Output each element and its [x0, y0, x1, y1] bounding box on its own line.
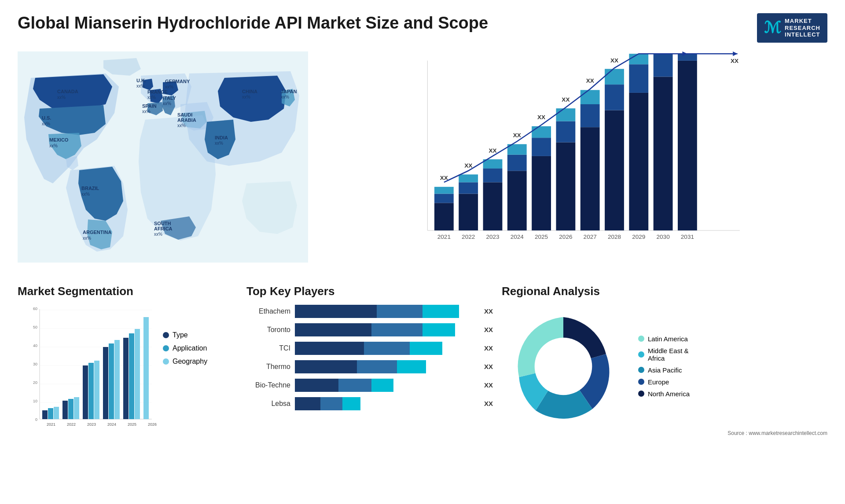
value-canada: xx% — [57, 95, 66, 100]
player-bar-ethachem — [295, 305, 477, 318]
xlabel-2021: 2021 — [437, 234, 451, 240]
svg-text:50: 50 — [33, 325, 37, 329]
trend-end-value: XX — [731, 58, 738, 64]
label-canada: CANADA — [57, 89, 78, 94]
value-china: xx% — [242, 95, 250, 99]
svg-rect-32 — [114, 340, 120, 419]
logo-container: ℳ MARKET RESEARCH INTELLECT — [757, 13, 827, 43]
xlabel-2026: 2026 — [559, 234, 572, 240]
bar-2025-light — [532, 126, 551, 138]
svg-text:0: 0 — [35, 417, 37, 422]
val-2024: XX — [513, 132, 521, 139]
svg-rect-23 — [68, 399, 73, 419]
val-2025: XX — [537, 114, 545, 121]
player-bar-light-tci — [410, 342, 443, 355]
value-saudi: xx% — [177, 123, 186, 128]
player-row-tci: TCI XX — [246, 342, 493, 355]
player-value-ethachem: XX — [484, 307, 493, 315]
label-mexico: MEXICO — [49, 137, 69, 142]
regional-section: Regional Analysis — [502, 285, 827, 496]
label-us: U.S. — [42, 115, 51, 121]
segmentation-content: 0 10 20 30 40 50 60 — [18, 305, 238, 437]
segmentation-section: Market Segmentation 0 10 20 30 40 50 60 — [18, 285, 238, 496]
svg-text:2024: 2024 — [107, 422, 116, 427]
players-chart: Ethachem XX Toronto XX — [246, 305, 493, 410]
xlabel-2025: 2025 — [535, 234, 548, 240]
logo-box: ℳ MARKET RESEARCH INTELLECT — [757, 13, 827, 43]
val-2023: XX — [489, 147, 496, 153]
player-bar-light-biotechne — [371, 379, 393, 392]
bar-2023-dark — [483, 182, 503, 230]
legend-application: Application — [163, 344, 207, 352]
player-bar-light-ethachem — [422, 305, 459, 318]
regional-title: Regional Analysis — [502, 285, 827, 298]
player-bar-dark-lebsa — [295, 397, 320, 410]
player-value-tci: XX — [484, 344, 493, 352]
svg-rect-22 — [62, 401, 68, 419]
player-bar-toronto — [295, 323, 477, 336]
value-france: xx% — [147, 95, 156, 100]
label-japan: JAPAN — [281, 89, 297, 94]
svg-rect-35 — [129, 333, 134, 419]
xlabel-2030: 2030 — [657, 234, 670, 240]
value-southafrica: xx% — [154, 232, 162, 237]
bar-2026-dark — [556, 142, 575, 230]
bar-2024-dark — [507, 171, 527, 230]
segmentation-svg: 0 10 20 30 40 50 60 — [18, 305, 158, 437]
dot-north-america — [638, 391, 644, 397]
seg-legend: Type Application Geography — [163, 331, 207, 365]
player-row-thermo: Thermo XX — [246, 360, 493, 373]
player-bar-dark-thermo — [295, 360, 357, 373]
val-2022: XX — [464, 162, 472, 169]
svg-text:2022: 2022 — [67, 422, 76, 427]
label-argentina: ARGENTINA — [83, 230, 111, 235]
player-bar-thermo — [295, 360, 477, 373]
player-value-thermo: XX — [484, 363, 493, 370]
label-southafrica: SOUTH — [154, 221, 171, 226]
player-bar-mid-thermo — [357, 360, 397, 373]
svg-text:2023: 2023 — [87, 422, 96, 427]
bar-2021-light — [434, 187, 454, 194]
svg-rect-18 — [42, 410, 48, 419]
player-bar-light-lebsa — [342, 397, 360, 410]
player-name-lebsa: Lebsa — [246, 400, 290, 408]
label-france: FRANCE — [147, 89, 168, 95]
xlabel-2023: 2023 — [486, 234, 499, 240]
svg-rect-19 — [48, 408, 53, 419]
player-name-biotechne: Bio-Techne — [246, 381, 290, 389]
xlabel-2029: 2029 — [632, 234, 645, 240]
bar-2021-dark — [434, 203, 454, 230]
xlabel-2024: 2024 — [511, 234, 524, 240]
label-southafrica2: AFRICA — [154, 226, 173, 231]
bar-2025-mid — [532, 138, 551, 156]
xlabel-2028: 2028 — [608, 234, 621, 240]
page-container: Global Mianserin Hydrochloride API Marke… — [0, 0, 845, 504]
label-saudi: SAUDI — [177, 112, 192, 117]
player-bar-dark-ethachem — [295, 305, 377, 318]
value-us: xx% — [42, 121, 50, 126]
label-italy: ITALY — [163, 95, 176, 101]
segmentation-title: Market Segmentation — [18, 285, 238, 298]
donut-svg — [502, 305, 625, 428]
player-bar-mid-biotechne — [338, 379, 371, 392]
bar-2026-light — [556, 108, 575, 121]
svg-rect-36 — [135, 329, 140, 419]
svg-rect-28 — [94, 361, 99, 419]
bar-chart-section: XX XX XX XX XX — [317, 51, 827, 263]
bar-2029-light — [629, 54, 648, 64]
label-saudi2: ARABIA — [177, 117, 196, 123]
player-row-ethachem: Ethachem XX — [246, 305, 493, 318]
player-value-biotechne: XX — [484, 381, 493, 389]
bar-2028-light — [605, 69, 624, 84]
player-row-lebsa: Lebsa XX — [246, 397, 493, 410]
value-japan: xx% — [281, 95, 289, 99]
svg-rect-31 — [109, 343, 114, 419]
player-bar-mid-lebsa — [320, 397, 342, 410]
dot-middle-east — [638, 351, 644, 358]
value-italy: xx% — [163, 101, 171, 106]
value-brazil: xx% — [81, 192, 90, 197]
bar-chart-svg: XX XX XX XX XX — [317, 51, 827, 263]
svg-text:30: 30 — [33, 362, 37, 366]
regional-legend-middle-east: Middle East &Africa — [638, 347, 690, 362]
val-2027: XX — [586, 77, 594, 84]
